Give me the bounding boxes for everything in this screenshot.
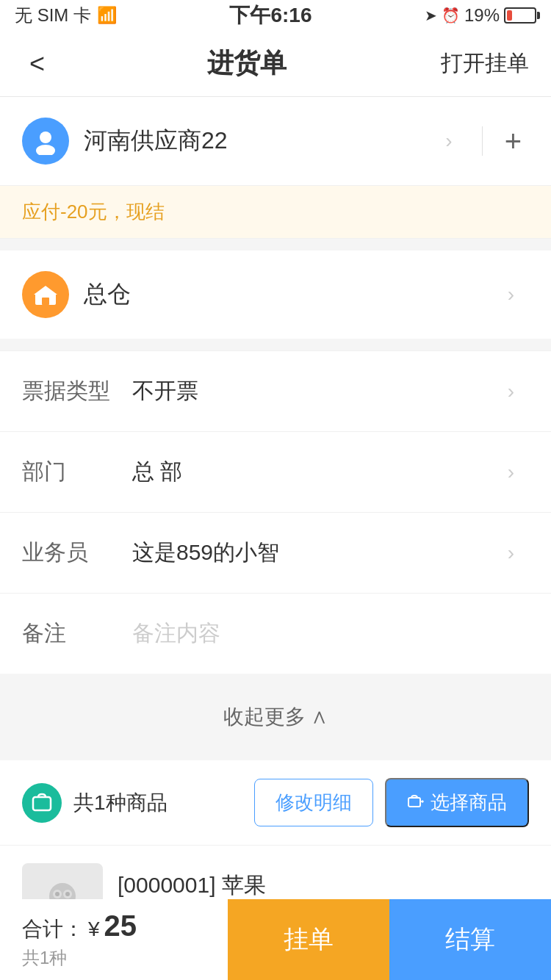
svg-rect-4 [42, 298, 49, 305]
product-title: 苹果 [222, 873, 266, 897]
svg-marker-3 [34, 286, 57, 295]
svg-point-0 [40, 131, 51, 143]
checkout-button[interactable]: 结算 [389, 899, 551, 980]
supplier-card: 河南供应商22 › + 应付-20元，现结 [0, 97, 551, 239]
status-left: 无 SIM 卡 📶 [15, 4, 117, 27]
department-chevron-icon: › [508, 461, 514, 484]
chevron-right-icon: › [445, 129, 452, 153]
add-supplier-button[interactable]: + [497, 125, 529, 158]
supplier-notice: 应付-20元，现结 [0, 186, 551, 239]
department-row[interactable]: 部门 总 部 › [0, 431, 551, 512]
warehouse-icon-wrap [22, 271, 69, 318]
battery-percent: 19% [464, 5, 500, 26]
form-card: 票据类型 不开票 › 部门 总 部 › 业务员 这是859的小智 › 备注 备注… [0, 350, 551, 674]
vertical-divider [482, 126, 483, 156]
product-count: 共1种商品 [73, 789, 254, 817]
status-right: ➤ ⏰ 19% [425, 5, 536, 26]
warehouse-icon [32, 281, 59, 308]
total-text: 合计： [22, 915, 84, 943]
product-code: [0000001] [118, 873, 215, 897]
status-bar: 无 SIM 卡 📶 下午6:16 ➤ ⏰ 19% [0, 0, 551, 31]
total-symbol: ¥ [88, 918, 100, 941]
alarm-icon: ⏰ [442, 7, 460, 24]
cart-icon [30, 791, 54, 815]
supplier-row[interactable]: 河南供应商22 › + [0, 97, 551, 186]
svg-rect-6 [408, 798, 420, 807]
warehouse-row[interactable]: 总仓 › [0, 251, 551, 339]
salesman-chevron-icon: › [508, 541, 514, 565]
invoice-chevron-icon: › [508, 380, 514, 403]
invoice-row[interactable]: 票据类型 不开票 › [0, 350, 551, 431]
warehouse-card: 总仓 › [0, 251, 551, 339]
salesman-label: 业务员 [22, 538, 118, 568]
warehouse-name: 总仓 [84, 278, 508, 311]
svg-rect-5 [33, 797, 51, 810]
total-amount: 25 [104, 909, 137, 943]
battery-fill [507, 10, 512, 21]
carrier-label: 无 SIM 卡 [15, 4, 91, 27]
select-cart-icon [407, 794, 425, 812]
select-product-label: 选择商品 [431, 790, 507, 815]
svg-point-1 [36, 145, 55, 155]
battery-icon [504, 7, 536, 24]
invoice-label: 票据类型 [22, 376, 118, 406]
remark-value[interactable]: 备注内容 [118, 619, 529, 649]
department-label: 部门 [22, 457, 118, 487]
hang-button[interactable]: 挂单 [228, 899, 389, 980]
total-count: 共1种 [22, 946, 206, 970]
total-section: 合计： ¥ 25 共1种 [0, 909, 228, 970]
bottom-bar: 合计： ¥ 25 共1种 挂单 结算 [0, 899, 551, 980]
product-header: 共1种商品 修改明细 选择商品 [0, 760, 551, 846]
avatar-icon [32, 127, 60, 155]
total-label: 合计： ¥ 25 [22, 909, 206, 943]
salesman-value: 这是859的小智 [118, 538, 508, 568]
location-icon: ➤ [425, 7, 437, 24]
open-hang-button[interactable]: 打开挂单 [441, 48, 529, 79]
salesman-row[interactable]: 业务员 这是859的小智 › [0, 512, 551, 593]
main-content: 河南供应商22 › + 应付-20元，现结 总仓 › 票据类型 不开票 › [0, 97, 551, 980]
warehouse-chevron-icon: › [508, 283, 514, 306]
product-name: [0000001] 苹果 [118, 871, 490, 901]
remark-label: 备注 [22, 619, 118, 649]
supplier-name: 河南供应商22 [84, 125, 445, 157]
nav-bar: < 进货单 打开挂单 [0, 31, 551, 97]
svg-point-11 [65, 892, 70, 896]
wifi-icon: 📶 [97, 6, 117, 25]
select-product-button[interactable]: 选择商品 [385, 778, 529, 827]
product-header-icon [22, 783, 62, 823]
collapse-button[interactable]: 收起更多 ∧ [0, 685, 551, 749]
time-display: 下午6:16 [229, 1, 311, 29]
edit-detail-button[interactable]: 修改明细 [254, 779, 373, 826]
remark-row[interactable]: 备注 备注内容 [0, 593, 551, 674]
supplier-avatar [22, 118, 69, 165]
invoice-value: 不开票 [118, 376, 508, 406]
svg-point-10 [55, 892, 60, 896]
back-button[interactable]: < [22, 41, 52, 87]
page-title: 进货单 [207, 46, 287, 82]
department-value: 总 部 [118, 457, 508, 487]
